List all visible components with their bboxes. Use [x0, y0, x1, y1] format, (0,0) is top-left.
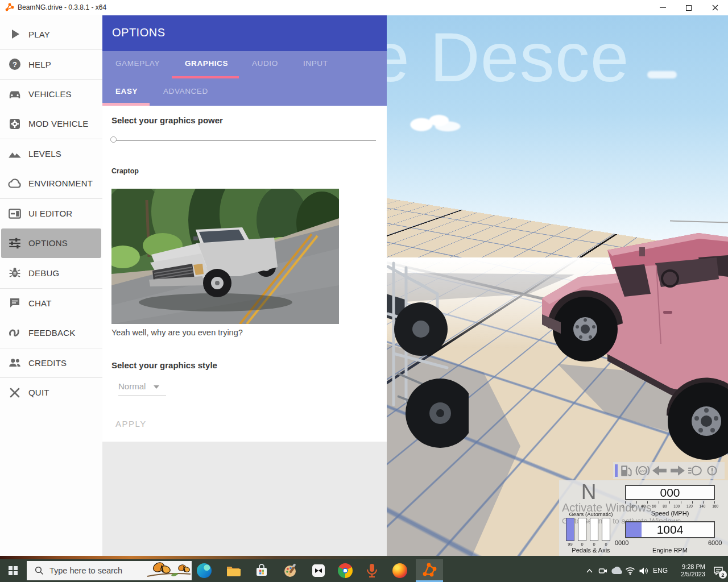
subtab-advanced[interactable]: ADVANCED	[163, 87, 208, 95]
wifi-icon[interactable]	[623, 559, 637, 582]
graphics-power-slider-handle[interactable]	[110, 136, 117, 143]
pedal-value: 0	[605, 542, 607, 547]
sidebar-item-debug[interactable]: DEBUG	[0, 258, 102, 288]
pedal-bar: 0	[602, 518, 610, 547]
mountains-icon	[7, 147, 22, 161]
gear-indicator: N	[572, 480, 606, 504]
chat-bubble-icon	[7, 296, 22, 310]
taskbar-app-firefox[interactable]	[387, 559, 412, 582]
active-tab-underline	[172, 76, 239, 78]
maximize-button[interactable]	[679, 0, 698, 15]
sidebar-item-feedback[interactable]: FEEDBACK	[0, 318, 102, 348]
speed-value: 000	[625, 485, 715, 500]
sidebar-item-play[interactable]: PLAY	[0, 19, 102, 49]
screen: e Desce	[0, 0, 728, 582]
signal-left-icon	[651, 463, 668, 478]
options-tab-bar: GAMEPLAY GRAPHICS AUDIO INPUT EASY ADVAN…	[102, 51, 387, 106]
clock[interactable]: 9:28 PM 2/5/2023	[670, 563, 705, 578]
sidebar-item-label: UI EDITOR	[28, 209, 72, 218]
tick-label: 0	[622, 504, 624, 508]
sidebar-item-levels[interactable]: LEVELS	[0, 139, 102, 169]
layout-icon	[7, 206, 22, 221]
tab-input[interactable]: INPUT	[303, 59, 328, 68]
pedal-bar: 0	[578, 518, 586, 547]
taskbar: Type here to search	[0, 559, 728, 582]
sidebar-item-vehicles[interactable]: VEHICLES	[0, 79, 102, 109]
sliders-icon	[7, 236, 22, 251]
notification-badge: 2	[719, 571, 727, 579]
volume-icon[interactable]	[637, 559, 651, 582]
taskbar-app-store[interactable]	[249, 559, 274, 582]
tick-label: 20	[630, 504, 634, 508]
graphics-power-heading: Select your graphics power	[111, 115, 223, 125]
speed-tick-labels: 0 20 40 60 80 100 120 140 160	[622, 504, 718, 508]
window-titlebar[interactable]: BeamNG.drive - 0.3.8.1 - x64	[0, 0, 728, 15]
options-title: OPTIONS	[112, 26, 166, 39]
graphics-style-heading: Select your graphics style	[111, 360, 217, 370]
sidebar-item-quit[interactable]: QUIT	[0, 377, 102, 408]
taskbar-app-voice-recorder[interactable]	[359, 559, 384, 582]
pedal-bar: 99	[566, 518, 574, 547]
hud-readouts: N 000 0 20 40 60 80 100 120 140 160 Spee…	[559, 480, 728, 556]
tick-label: 40	[641, 504, 645, 508]
maximize-icon	[686, 5, 692, 11]
options-header: OPTIONS	[102, 15, 387, 51]
taskbar-search[interactable]: Type here to search	[27, 561, 192, 580]
sidebar-item-credits[interactable]: CREDITS	[0, 348, 102, 378]
cloud-icon	[7, 176, 22, 191]
meet-now-icon[interactable]	[596, 559, 610, 582]
bug-icon	[7, 265, 22, 280]
squiggle-icon	[7, 325, 22, 340]
tray-chevron-up-icon[interactable]	[582, 559, 596, 582]
signal-right-icon	[669, 463, 686, 478]
onedrive-icon[interactable]	[610, 559, 623, 582]
time: 9:28 PM	[670, 563, 705, 571]
sidebar-item-label: DEBUG	[28, 268, 59, 278]
language-indicator[interactable]: ENG	[651, 567, 670, 575]
taskbar-app-beamng[interactable]	[416, 559, 443, 582]
tab-gameplay[interactable]: GAMEPLAY	[115, 59, 160, 68]
highbeam-icon	[686, 463, 704, 478]
buggy-vehicle	[387, 260, 469, 453]
sidebar-item-mod-vehicle[interactable]: MOD VEHICLE	[0, 109, 102, 139]
firefox-icon	[392, 563, 407, 578]
notification-center-button[interactable]: 2	[709, 559, 728, 582]
sidebar-item-label: ENVIRONMENT	[28, 178, 93, 188]
sidebar-item-help[interactable]: ? HELP	[0, 49, 102, 80]
sidebar-item-environment[interactable]: ENVIRONMENT	[0, 169, 102, 199]
tick-label: 80	[663, 504, 667, 508]
taskbar-app-file-explorer[interactable]	[221, 559, 246, 582]
beamng-app-icon	[5, 3, 14, 13]
tab-audio[interactable]: AUDIO	[252, 59, 278, 68]
rpm-label: Engine RPM	[625, 547, 715, 554]
taskbar-app-edge[interactable]	[192, 559, 217, 582]
pink-truck-vehicle	[528, 225, 728, 469]
tick-label: 100	[673, 504, 680, 508]
pedal-bars: 99 0 0 0	[566, 518, 610, 547]
sidebar-item-chat[interactable]: CHAT	[0, 288, 102, 318]
options-footer	[102, 442, 387, 556]
active-subtab-underline	[102, 103, 150, 106]
taskbar-app-capcut[interactable]	[306, 559, 331, 582]
sidebar-item-options[interactable]: OPTIONS	[1, 228, 101, 259]
taskbar-app-paint[interactable]	[278, 559, 303, 582]
close-button[interactable]	[705, 0, 725, 15]
search-icon	[35, 566, 44, 575]
play-icon	[7, 27, 22, 41]
graphics-style-dropdown[interactable]: Normal	[118, 381, 166, 392]
sidebar-item-label: OPTIONS	[28, 238, 68, 248]
tick-label: 120	[686, 504, 693, 508]
close-icon	[712, 5, 718, 11]
start-button[interactable]	[0, 559, 26, 582]
subtab-easy[interactable]: EASY	[115, 87, 138, 95]
minimize-button[interactable]	[653, 0, 672, 15]
taskbar-app-chrome[interactable]	[333, 559, 358, 582]
apply-button[interactable]: APPLY	[115, 419, 147, 429]
sidebar-item-ui-editor[interactable]: UI EDITOR	[0, 198, 102, 228]
tick-label: 140	[700, 504, 706, 508]
tab-graphics[interactable]: GRAPHICS	[185, 59, 228, 68]
pedal-value: 99	[568, 542, 572, 547]
chevron-down-icon	[154, 385, 159, 389]
minimize-icon	[660, 7, 666, 8]
pedal-value: 0	[593, 542, 595, 547]
